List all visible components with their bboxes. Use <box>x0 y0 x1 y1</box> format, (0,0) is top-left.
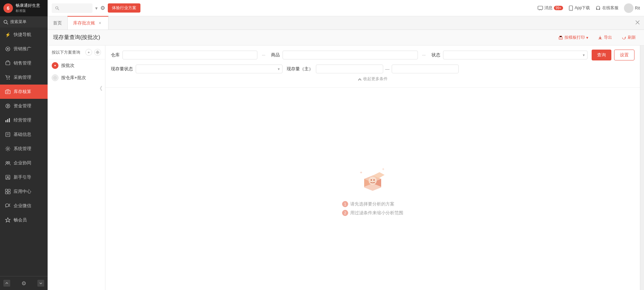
member-icon <box>5 217 11 223</box>
sidebar-footer: ⚙ <box>0 276 48 290</box>
inventory-status-field: 现存量状态 <box>111 65 283 73</box>
filter-panel-title: 按以下方案查询 <box>52 50 80 55</box>
collapse-more-label: 收起更多条件 <box>363 76 388 82</box>
right-scrollbar[interactable] <box>640 46 644 290</box>
filter-panel-collapse-button[interactable]: 《 <box>94 84 105 94</box>
filter-add-button[interactable]: + <box>85 49 92 56</box>
sidebar-item-label: 畅会员 <box>14 217 27 223</box>
tip-item-2: 2 用过滤条件来缩小分析范围 <box>342 209 403 217</box>
search-menu-label: 搜索菜单 <box>10 19 27 25</box>
inventory-status-select[interactable] <box>136 65 283 73</box>
enterprise-collab-icon <box>5 160 11 166</box>
system-icon <box>5 146 11 152</box>
sidebar-item-app-center[interactable]: 应用中心 <box>0 184 48 199</box>
sidebar-item-label: 采购管理 <box>14 74 31 80</box>
svg-point-5 <box>9 79 10 79</box>
refresh-icon <box>622 35 626 40</box>
tip-text-2: 用过滤条件来缩小分析范围 <box>350 209 403 217</box>
tip-item-1: 1 请先选择要分析的方案 <box>342 200 403 209</box>
sidebar-item-marketing[interactable]: 营销推广 <box>0 42 48 56</box>
inventory-qty-field: 现存量（主） — <box>287 65 458 73</box>
filter-settings-button[interactable] <box>94 49 101 56</box>
product-more-icon[interactable]: ··· <box>421 52 427 58</box>
sidebar-item-quick-nav[interactable]: ⚡ 快捷导航 <box>0 28 48 42</box>
topbar: ▾ ⚙ 体验行业方案 消息 99+ App下载 <box>48 0 644 16</box>
sidebar-item-purchase[interactable]: 采购管理 <box>0 70 48 85</box>
phone-icon <box>569 5 573 11</box>
product-filter-field: 商品 ··· <box>271 51 427 59</box>
tip-text-1: 请先选择要分析的方案 <box>350 200 394 209</box>
refresh-button[interactable]: 刷新 <box>619 33 639 42</box>
filter-row: 仓库 ··· 商品 ··· 状态 <box>105 46 640 88</box>
content-body: 按以下方案查询 + <box>48 46 644 290</box>
collapse-more-button[interactable]: 收起更多条件 <box>111 73 634 83</box>
tab-inventory-batch[interactable]: 库存批次账 × <box>67 16 108 30</box>
product-input[interactable] <box>283 51 418 59</box>
topbar-dropdown-icon[interactable]: ▾ <box>95 5 98 11</box>
empty-tips: 1 请先选择要分析的方案 2 用过滤条件来缩小分析范围 <box>342 200 403 217</box>
sidebar-item-sales[interactable]: 销售管理 <box>0 56 48 70</box>
sidebar-item-operations[interactable]: 经营管理 <box>0 113 48 127</box>
marketing-icon <box>5 46 11 52</box>
search-menu-item[interactable]: 搜索菜单 <box>0 16 48 28</box>
messages-button[interactable]: 消息 99+ <box>538 5 563 11</box>
newbie-guide-icon <box>5 174 11 180</box>
user-profile[interactable]: Rit <box>624 3 640 13</box>
topbar-left: ▾ ⚙ 体验行业方案 <box>52 3 535 13</box>
status-select[interactable] <box>443 51 588 59</box>
query-button[interactable]: 查询 <box>592 50 611 60</box>
print-dropdown-icon[interactable]: ▾ <box>586 35 588 40</box>
topbar-settings-icon[interactable]: ⚙ <box>100 5 105 11</box>
settings-icon[interactable]: ⚙ <box>21 280 26 287</box>
svg-rect-21 <box>5 189 7 191</box>
sidebar-item-enterprise-wechat[interactable]: 企业微信 <box>0 199 48 213</box>
svg-point-43 <box>373 179 375 181</box>
inventory-qty-max-input[interactable] <box>392 65 459 73</box>
industry-solution-button[interactable]: 体验行业方案 <box>108 3 140 13</box>
svg-line-1 <box>7 23 8 24</box>
filter-plan-warehouse-batch[interactable]: 按仓库+批次 <box>48 72 105 84</box>
filter-plan-batch[interactable]: 按批次 <box>48 59 105 72</box>
sidebar-scroll-down[interactable] <box>37 280 44 287</box>
tab-panel-close-button[interactable] <box>631 20 644 26</box>
tab-close-button[interactable]: × <box>97 20 103 26</box>
search-icon <box>55 6 59 10</box>
sidebar-scroll-up[interactable] <box>3 280 10 287</box>
export-button[interactable]: 导出 <box>595 33 615 42</box>
operations-icon <box>5 117 11 123</box>
topbar-search-box[interactable] <box>52 3 92 13</box>
status-label: 状态 <box>431 52 440 58</box>
tab-home[interactable]: 首页 <box>48 17 67 30</box>
filter-panel-header: 按以下方案查询 + <box>48 46 105 59</box>
sidebar-item-enterprise-collab[interactable]: 企业协同 <box>0 156 48 170</box>
app-logo: 6 <box>3 3 13 13</box>
sidebar-item-finance[interactable]: 资金管理 <box>0 99 48 113</box>
export-icon <box>598 35 603 40</box>
warehouse-more-icon[interactable]: ··· <box>260 52 267 58</box>
app-download-button[interactable]: App下载 <box>569 5 590 11</box>
inventory-qty-min-input[interactable] <box>316 65 383 73</box>
online-service-button[interactable]: 在线客服 <box>595 5 618 11</box>
sidebar-item-member[interactable]: 畅会员 <box>0 213 48 227</box>
settings-button[interactable]: 设置 <box>614 50 634 60</box>
sales-icon <box>5 60 11 66</box>
export-label: 导出 <box>604 35 612 40</box>
inventory-icon <box>5 89 11 95</box>
sidebar-nav: ⚡ 快捷导航 营销推广 销售管理 <box>0 28 48 276</box>
sidebar-company-info: 畅康通好生意 标准版 <box>16 3 40 13</box>
results-area: 仓库 ··· 商品 ··· 状态 <box>105 46 640 290</box>
print-button[interactable]: 按模板打印 ▾ <box>556 33 591 42</box>
svg-rect-10 <box>5 120 6 122</box>
sidebar-item-system[interactable]: 系统管理 <box>0 142 48 156</box>
svg-point-42 <box>371 179 372 181</box>
page-content: 现存量查询(按批次) 按模板打印 ▾ 导出 <box>48 30 644 290</box>
inventory-status-select-wrap <box>136 65 283 73</box>
sidebar-item-inventory[interactable]: 库存核算 <box>0 85 48 99</box>
sidebar-item-label: 库存核算 <box>14 89 31 95</box>
sidebar-item-basic-info[interactable]: 基础信息 <box>0 127 48 142</box>
filter-row-1: 仓库 ··· 商品 ··· 状态 <box>111 50 634 60</box>
sidebar-item-newbie-guide[interactable]: 新手引导 <box>0 170 48 184</box>
warehouse-input[interactable] <box>122 51 257 59</box>
svg-rect-28 <box>538 6 543 10</box>
filter-actions: 查询 设置 <box>592 50 634 60</box>
